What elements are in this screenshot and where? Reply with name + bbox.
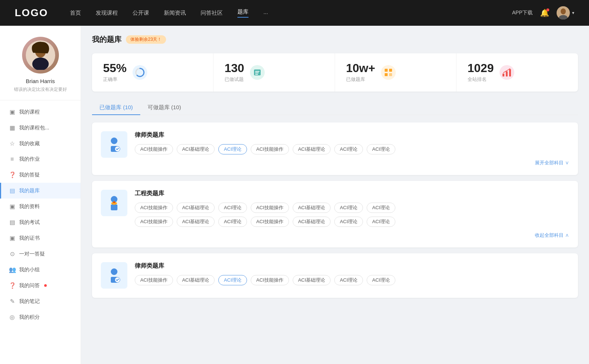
svg-rect-18	[509, 69, 511, 76]
my-qa-icon: ❓	[9, 282, 15, 289]
svg-rect-17	[506, 71, 508, 76]
stat-list-icon	[250, 65, 265, 80]
sidebar-item-certificate[interactable]: ▣ 我的证书	[0, 230, 81, 246]
tab-done-banks[interactable]: 已做题库 (10)	[92, 100, 140, 115]
tag-1-4[interactable]: ACI基础理论	[293, 203, 331, 213]
svg-rect-13	[389, 69, 392, 72]
one-on-one-icon: ⊙	[9, 250, 15, 257]
tag-2-5[interactable]: ACI理论	[334, 275, 363, 285]
svg-point-1	[561, 8, 566, 14]
tabs-row: 已做题库 (10) 可做题库 (10)	[92, 100, 578, 115]
package-icon: ▦	[9, 124, 15, 131]
qbank-icon: ▤	[9, 187, 15, 194]
svg-rect-15	[389, 73, 392, 76]
qbank-card-1: 工程类题库 ACI技能操作 ACI基础理论 ACI理论 ACI技能操作 ACI基…	[92, 181, 578, 247]
sidebar-item-my-qa[interactable]: ❓ 我的问答	[0, 278, 81, 293]
qbank-card-0-header: 律师类题库 ACI技能操作 ACI基础理论 ACI理论 ACI技能操作 ACI基…	[101, 131, 569, 166]
sidebar-label-exam: 我的考试	[19, 219, 40, 226]
sidebar-item-exam[interactable]: ▤ 我的考试	[0, 214, 81, 230]
nav-home[interactable]: 首页	[70, 10, 81, 17]
cert-icon: ▣	[9, 235, 15, 242]
sidebar-item-1on1[interactable]: ⊙ 一对一答疑	[0, 246, 81, 262]
sidebar-item-qbank[interactable]: ▤ 我的题库	[0, 183, 81, 199]
sidebar-item-notes[interactable]: ✎ 我的笔记	[0, 293, 81, 309]
sidebar-item-materials[interactable]: ▣ 我的资料	[0, 199, 81, 214]
tag-1-7[interactable]: ACI技能操作	[135, 217, 173, 227]
nav-discover[interactable]: 发现课程	[96, 10, 118, 17]
qbank-card-2-body: 律师类题库 ACI技能操作 ACI基础理论 ACI理论 ACI技能操作 ACI基…	[135, 262, 569, 289]
tag-1-11[interactable]: ACI基础理论	[293, 217, 331, 227]
qa-icon: ❓	[9, 171, 15, 178]
qbank-card-0-icon	[101, 131, 127, 158]
sidebar-item-points[interactable]: ◎ 我的积分	[0, 309, 81, 325]
tag-0-1[interactable]: ACI基础理论	[177, 144, 215, 154]
profile-name: Brian Harris	[26, 78, 55, 84]
tag-1-12[interactable]: ACI理论	[334, 217, 363, 227]
sidebar-label-notes: 我的笔记	[19, 298, 40, 305]
nav-open-course[interactable]: 公开课	[133, 10, 149, 17]
tag-2-3[interactable]: ACI技能操作	[251, 275, 289, 285]
svg-point-5	[32, 57, 49, 70]
stat-rank-text: 1029 全站排名	[468, 62, 494, 83]
qbank-card-2-header: 律师类题库 ACI技能操作 ACI基础理论 ACI理论 ACI技能操作 ACI基…	[101, 262, 569, 289]
svg-rect-16	[502, 74, 504, 76]
materials-icon: ▣	[9, 203, 15, 210]
homework-icon: ≡	[9, 156, 15, 163]
svg-rect-9	[255, 71, 260, 72]
collapse-link-1[interactable]: 收起全部科目 ∧	[135, 231, 569, 239]
nav-more[interactable]: ···	[263, 10, 268, 16]
tag-1-2[interactable]: ACI理论	[218, 203, 247, 213]
sidebar-label-course-package: 我的课程包...	[19, 125, 49, 131]
tag-2-1[interactable]: ACI基础理论	[177, 275, 215, 285]
expand-link-0[interactable]: 展开全部科目 ∨	[135, 158, 569, 166]
sidebar-item-my-course[interactable]: ▣ 我的课程	[0, 104, 81, 120]
tag-2-2[interactable]: ACI理论	[218, 275, 247, 285]
page-wrap: Brian Harris 错误的决定比没有决定要好 ▣ 我的课程 ▦ 我的课程包…	[0, 26, 589, 364]
tag-1-6[interactable]: ACI理论	[367, 203, 395, 213]
tag-0-2[interactable]: ACI理论	[218, 144, 247, 154]
qbank-card-2-tags: ACI技能操作 ACI基础理论 ACI理论 ACI技能操作 ACI基础理论 AC…	[135, 275, 569, 285]
notes-icon: ✎	[9, 298, 15, 305]
tag-0-5[interactable]: ACI理论	[334, 144, 363, 154]
tag-0-3[interactable]: ACI技能操作	[251, 144, 289, 154]
nav-news[interactable]: 新闻资讯	[164, 10, 186, 17]
stat-bar-icon	[500, 65, 514, 80]
group-icon: 👥	[9, 266, 15, 273]
sidebar-item-qa[interactable]: ❓ 我的答疑	[0, 167, 81, 183]
tag-1-9[interactable]: ACI理论	[218, 217, 247, 227]
tag-2-6[interactable]: ACI理论	[367, 275, 395, 285]
notification-bell[interactable]: 🔔	[540, 8, 549, 17]
header: LOGO 首页 发现课程 公开课 新闻资讯 问答社区 题库 ··· APP下载 …	[0, 0, 589, 26]
tag-1-5[interactable]: ACI理论	[334, 203, 363, 213]
tag-2-4[interactable]: ACI基础理论	[293, 275, 331, 285]
tag-1-13[interactable]: ACI理论	[367, 217, 395, 227]
tag-1-1[interactable]: ACI基础理论	[177, 203, 215, 213]
app-download-button[interactable]: APP下载	[512, 10, 533, 16]
sidebar-item-course-package[interactable]: ▦ 我的课程包...	[0, 120, 81, 136]
tag-1-8[interactable]: ACI基础理论	[177, 217, 215, 227]
stat-done-questions: 130 已做试题	[214, 53, 335, 92]
sidebar-item-favorites[interactable]: ☆ 我的收藏	[0, 136, 81, 151]
tab-available-banks[interactable]: 可做题库 (10)	[140, 100, 188, 115]
tag-1-0[interactable]: ACI技能操作	[135, 203, 173, 213]
tag-0-6[interactable]: ACI理论	[367, 144, 395, 154]
sidebar-item-homework[interactable]: ≡ 我的作业	[0, 151, 81, 167]
nav-qbank[interactable]: 题库	[237, 8, 248, 18]
trial-badge: 体验剩余23天！	[126, 35, 166, 44]
qbank-card-0-tags: ACI技能操作 ACI基础理论 ACI理论 ACI技能操作 ACI基础理论 AC…	[135, 144, 569, 154]
tag-1-10[interactable]: ACI技能操作	[251, 217, 289, 227]
page-header: 我的题库 体验剩余23天！	[92, 35, 578, 44]
tag-0-0[interactable]: ACI技能操作	[135, 144, 173, 154]
svg-rect-11	[255, 74, 258, 75]
user-avatar-dropdown[interactable]: ▾	[557, 6, 574, 19]
avatar	[557, 6, 570, 19]
tag-2-0[interactable]: ACI技能操作	[135, 275, 173, 285]
svg-point-19	[111, 138, 117, 144]
tag-0-4[interactable]: ACI基础理论	[293, 144, 331, 154]
tag-1-3[interactable]: ACI技能操作	[251, 203, 289, 213]
page-title: 我的题库	[92, 35, 121, 44]
svg-rect-12	[385, 69, 388, 72]
nav-qa[interactable]: 问答社区	[201, 10, 223, 17]
svg-rect-10	[255, 72, 259, 73]
sidebar-item-group[interactable]: 👥 我的小组	[0, 262, 81, 278]
